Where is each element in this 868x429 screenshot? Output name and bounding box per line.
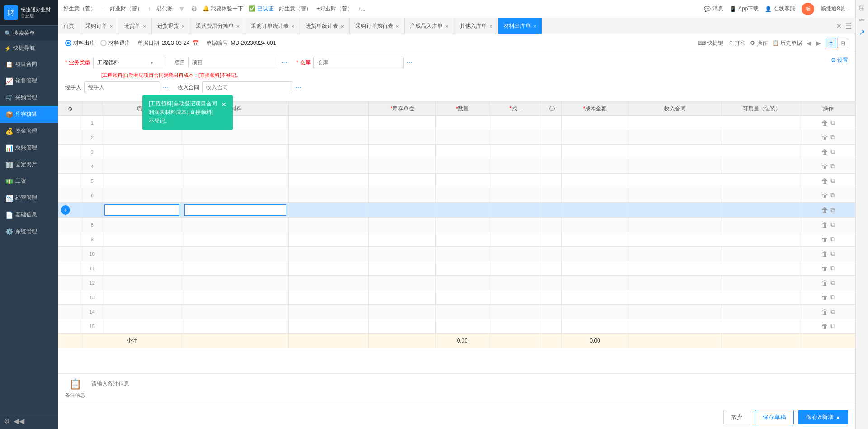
sidebar-item-accounting[interactable]: 📊 总账管理	[0, 139, 58, 156]
warehouse-dots-button[interactable]: ···	[406, 58, 412, 67]
sidebar-item-project-contract[interactable]: 📋 项目合同	[0, 56, 58, 72]
tab-purchase-exec[interactable]: 采购订单执行表 ×	[350, 18, 405, 34]
sidebar-item-finance[interactable]: 💰 资金管理	[0, 123, 58, 139]
print-button[interactable]: 🖨 打印	[728, 39, 745, 47]
tab-close-purchase-expense[interactable]: ×	[236, 24, 239, 29]
topbar-link-hy2[interactable]: +好业财（菅）	[317, 5, 353, 13]
notes-input[interactable]	[90, 378, 848, 395]
copy-row-button[interactable]: ⧉	[830, 177, 835, 185]
tab-close-purchase-stats[interactable]: ×	[292, 24, 294, 29]
prev-record-button[interactable]: ◀	[807, 39, 811, 47]
tab-close-all-button[interactable]: ✕	[836, 22, 842, 30]
delete-row-button[interactable]: 🗑	[821, 134, 828, 141]
topbar-link-haoyecai[interactable]: 好业财（菅）	[110, 5, 142, 13]
tab-close-purchase-order[interactable]: ×	[110, 24, 113, 29]
tab-close-purchase-exec[interactable]: ×	[396, 24, 399, 29]
add-row-button[interactable]: +	[61, 205, 70, 214]
sidebar-item-quick-nav[interactable]: ⚡ 快捷导航	[0, 41, 58, 56]
tab-close-material-issue[interactable]: ×	[533, 24, 536, 29]
tab-close-incoming-return[interactable]: ×	[182, 24, 184, 29]
save-draft-button[interactable]: 保存草稿	[755, 410, 794, 424]
tab-incoming-stats[interactable]: 进货单统计表 ×	[300, 18, 349, 34]
sidebar-item-payroll[interactable]: 💵 工资	[0, 173, 58, 190]
copy-row-button[interactable]: ⧉	[830, 133, 835, 141]
operation-button[interactable]: ⚙ 操作	[750, 39, 767, 47]
right-panel-icon-3[interactable]: ↗	[859, 28, 865, 37]
delete-row-button[interactable]: 🗑	[821, 250, 828, 257]
delete-row-button[interactable]: 🗑	[821, 192, 828, 199]
copy-row-button[interactable]: ⧉	[830, 119, 835, 127]
delete-row-button[interactable]: 🗑	[821, 148, 828, 156]
radio-material-issue[interactable]: 材料出库	[65, 39, 95, 47]
sidebar-item-basic-info[interactable]: 📄 基础信息	[0, 206, 58, 223]
online-service-button[interactable]: 👤 在线客服	[765, 5, 795, 13]
settings-topbar-icon[interactable]: ⚙	[191, 5, 197, 13]
list-view-button[interactable]: ≡	[826, 38, 836, 48]
project-dots-button[interactable]: ···	[281, 58, 287, 67]
tab-close-incoming-stats[interactable]: ×	[341, 24, 344, 29]
tab-home[interactable]: 首页	[58, 18, 80, 34]
income-contract-input[interactable]	[202, 81, 292, 93]
copy-row-button[interactable]: ⧉	[830, 308, 835, 315]
tab-menu-button[interactable]: ☰	[845, 22, 852, 30]
radio-material-return[interactable]: 材料退库	[100, 39, 130, 47]
delete-row-button[interactable]: 🗑	[821, 119, 828, 127]
sidebar-item-inventory[interactable]: 📦 库存核算	[0, 106, 58, 123]
settings-button-form[interactable]: ⚙ 设置	[831, 57, 848, 64]
delete-row-button[interactable]: 🗑	[821, 163, 828, 170]
tab-material-issue[interactable]: 材料出库单 ×	[498, 18, 542, 34]
tab-purchase-expense[interactable]: 采购费用分摊单 ×	[190, 18, 245, 34]
copy-row-button[interactable]: ⧉	[830, 148, 835, 156]
handler-input[interactable]	[84, 81, 160, 93]
delete-row-button[interactable]: 🗑	[821, 265, 828, 272]
user-avatar[interactable]: 畅	[802, 3, 814, 15]
tab-incoming[interactable]: 进货单 ×	[118, 18, 151, 34]
sidebar-item-purchase[interactable]: 🛒 采购管理	[0, 89, 58, 106]
tab-close-other-storage[interactable]: ×	[490, 24, 492, 29]
sidebar-item-operations[interactable]: 📉 经营管理	[0, 190, 58, 206]
tooltip-close-button[interactable]: ✕	[221, 100, 226, 110]
copy-row-button[interactable]: ⧉	[830, 235, 835, 243]
add-row-input-1[interactable]	[105, 205, 179, 215]
tab-incoming-return[interactable]: 进货退货 ×	[152, 18, 190, 34]
topbar-link-yidaizhang[interactable]: 易代账	[156, 5, 173, 13]
shortcut-button[interactable]: ⌨ 快捷键	[698, 39, 723, 47]
dropdown-icon[interactable]: ▼	[178, 5, 185, 13]
right-panel-icon-2[interactable]: ✏	[859, 16, 865, 24]
topbar-link-more[interactable]: +...	[358, 6, 366, 12]
copy-row-button[interactable]: ⧉	[830, 264, 835, 272]
tab-finished-goods[interactable]: 产成品入库单 ×	[405, 18, 454, 34]
sidebar-item-sales[interactable]: 📈 销售管理	[0, 72, 58, 89]
copy-row-button[interactable]: ⧉	[830, 191, 835, 199]
tab-purchase-order[interactable]: 采购订单 ×	[80, 18, 118, 34]
delete-row-button[interactable]: 🗑	[821, 206, 828, 214]
delete-row-button[interactable]: 🗑	[821, 236, 828, 243]
delete-row-button[interactable]: 🗑	[821, 177, 828, 185]
delete-row-button[interactable]: 🗑	[821, 294, 828, 301]
copy-row-button[interactable]: ⧉	[830, 206, 835, 214]
tab-close-incoming[interactable]: ×	[143, 24, 146, 29]
warehouse-input[interactable]	[313, 57, 404, 68]
username-display[interactable]: 畅捷通8总...	[821, 5, 850, 13]
history-button[interactable]: 📋 历史单据	[772, 39, 802, 47]
topbar-link-haoshengyi[interactable]: 好生意（菅）	[63, 5, 96, 13]
tab-close-finished-goods[interactable]: ×	[445, 24, 448, 29]
delete-row-button[interactable]: 🗑	[821, 279, 828, 286]
project-input[interactable]	[188, 57, 278, 68]
save-new-button[interactable]: 保存&新增 ▲	[798, 410, 848, 424]
tab-other-storage[interactable]: 其他入库单 ×	[454, 18, 498, 34]
tab-purchase-stats[interactable]: 采购订单统计表 ×	[245, 18, 300, 34]
income-contract-dots-button[interactable]: ···	[295, 83, 301, 91]
discard-button[interactable]: 放弃	[723, 410, 750, 424]
column-settings-icon[interactable]: ⚙	[68, 106, 73, 112]
grid-view-button[interactable]: ⊞	[837, 38, 848, 48]
handler-dots-button[interactable]: ···	[163, 83, 169, 91]
message-button[interactable]: 💬 消息	[704, 5, 723, 13]
copy-row-button[interactable]: ⧉	[830, 322, 835, 330]
delete-row-button[interactable]: 🗑	[821, 323, 828, 330]
next-record-button[interactable]: ▶	[816, 39, 821, 47]
sidebar-item-fixed-assets[interactable]: 🏢 固定资产	[0, 156, 58, 173]
copy-row-button[interactable]: ⧉	[830, 162, 835, 170]
collapse-button[interactable]: ◀◀	[14, 417, 24, 425]
add-row-input-2[interactable]	[185, 205, 286, 215]
